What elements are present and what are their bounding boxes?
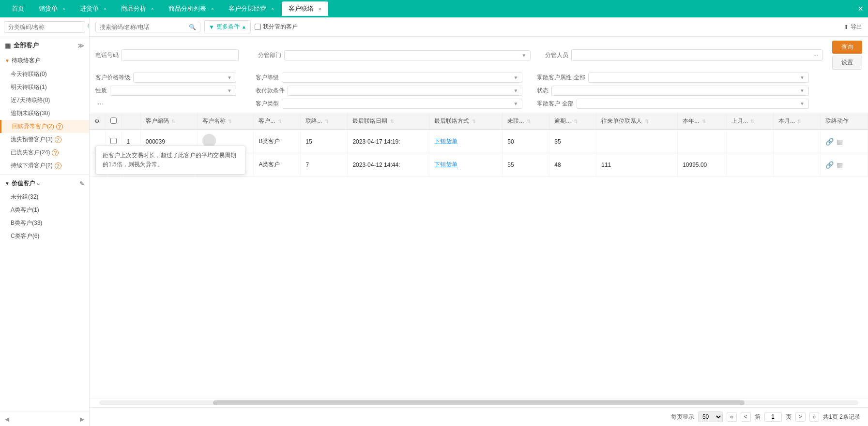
filter-manager-select[interactable]: ··· <box>571 49 822 61</box>
column-code[interactable]: 客户编码 ⇅ <box>140 113 197 130</box>
nav-tab-analysis[interactable]: 商品分析 × <box>114 1 161 16</box>
sort-icon: ⇅ <box>750 118 754 124</box>
cell-overdue: 35 <box>549 130 596 153</box>
collapse-icon[interactable]: ≫ <box>77 42 84 49</box>
column-uncontact[interactable]: 未联... ⇅ <box>503 113 549 130</box>
cell-this-year <box>678 130 727 153</box>
close-icon[interactable]: × <box>211 6 214 12</box>
close-icon[interactable]: × <box>319 6 321 12</box>
arrow-icon: ▼ <box>5 58 10 63</box>
column-contact-person[interactable]: 往来单位联系人 ⇅ <box>596 113 678 130</box>
column-last-date[interactable]: 最后联络日期 ⇅ <box>348 113 429 130</box>
filter-phone-input[interactable] <box>122 49 239 61</box>
pending-contact-title[interactable]: ▼ 待联络客户 <box>0 54 89 68</box>
filter-buttons: 查询 设置 <box>832 41 862 70</box>
sidebar-item-7days[interactable]: 近7天待联络(0) <box>0 94 89 107</box>
first-page-button[interactable]: « <box>727 412 737 422</box>
setting-button[interactable]: 设置 <box>832 56 862 70</box>
nav-tab-customer-segment[interactable]: 客户分层经营 × <box>222 1 281 16</box>
column-name[interactable]: 客户名称 ⇅ <box>197 113 254 130</box>
chevron-down-icon: ▼ <box>513 101 518 106</box>
window-close-button[interactable]: × <box>858 4 863 14</box>
cell-last-month <box>727 130 774 153</box>
column-gear[interactable]: ⚙ <box>90 113 105 130</box>
cell-last-method[interactable]: 下销货单 <box>429 130 503 153</box>
more-conditions-button[interactable]: ▼ 更多条件 ▲ <box>204 20 251 33</box>
nav-tab-purchase[interactable]: 进货单 × <box>73 1 113 16</box>
column-last-month[interactable]: 上月... ⇅ <box>727 113 774 130</box>
my-customer-checkbox[interactable] <box>255 24 261 30</box>
column-index <box>122 113 140 130</box>
category-search-input[interactable] <box>4 21 85 33</box>
close-icon[interactable]: × <box>151 6 154 12</box>
filter-row-1: 电话号码 分管部门 ▼ 分管人员 ··· <box>95 41 862 70</box>
chevron-down-icon: ▼ <box>800 75 805 80</box>
nav-tab-home[interactable]: 首页 <box>5 1 31 16</box>
filter-status-select[interactable]: ▼ <box>551 86 809 96</box>
edit-icon[interactable]: ✎ <box>79 180 84 187</box>
column-this-month[interactable]: 本月... ⇅ <box>773 113 820 130</box>
last-page-button[interactable]: » <box>809 412 820 422</box>
prev-page-button[interactable]: < <box>741 412 751 422</box>
filter-phone: 电话号码 <box>95 49 239 61</box>
filter-customer-type-select[interactable]: ▼ <box>282 99 523 109</box>
cell-last-date: 2023-04-17 14:19: <box>348 130 429 153</box>
search-icon[interactable]: 🔍 <box>189 24 196 30</box>
sidebar-item-overdue[interactable]: 逾期未联络(30) <box>0 107 89 120</box>
close-icon[interactable]: × <box>271 6 274 12</box>
scrollbar-area <box>90 398 868 407</box>
column-this-year[interactable]: 本年... ⇅ <box>678 113 727 130</box>
filter-dept-select[interactable]: ▼ <box>284 50 531 60</box>
nav-tab-sales[interactable]: 销货单 × <box>32 1 72 16</box>
info-icon: ? <box>56 123 63 130</box>
sidebar-item-ungroup[interactable]: 未分组(32) <box>0 191 89 204</box>
nav-tab-customer-contact[interactable]: 客户联络 × <box>282 1 328 16</box>
export-button[interactable]: ⬆ 导出 <box>844 23 862 31</box>
sidebar-item-today[interactable]: 今天待联络(0) <box>0 68 89 81</box>
close-icon[interactable]: × <box>104 6 107 12</box>
left-arrow-icon[interactable]: ◀ <box>5 416 9 423</box>
close-icon[interactable]: × <box>62 6 65 12</box>
page-input[interactable] <box>764 412 782 422</box>
cell-this-month <box>773 130 820 153</box>
my-customer-filter[interactable]: 我分管的客户 <box>255 23 298 31</box>
query-button[interactable]: 查询 <box>832 41 862 54</box>
right-arrow-icon[interactable]: ▶ <box>80 416 84 423</box>
more-dots[interactable]: ··· <box>97 100 104 108</box>
sidebar-item-declining[interactable]: 持续下滑客户(2) ? <box>0 159 89 172</box>
sidebar-item-lost[interactable]: 已流失客户(24) ? <box>0 146 89 159</box>
grid-icon[interactable]: ▦ <box>837 161 843 169</box>
filter-scatter-attr-select[interactable]: ▼ <box>588 73 809 83</box>
filter-payment-select[interactable]: ▼ <box>288 86 523 96</box>
next-page-button[interactable]: > <box>795 412 806 422</box>
sidebar-item-loss-warning[interactable]: 流失预警客户(3) ? <box>0 133 89 146</box>
cell-last-method[interactable]: 下销货单 <box>429 153 503 176</box>
row-checkbox[interactable] <box>110 138 117 144</box>
select-all-checkbox[interactable] <box>110 118 117 124</box>
filter-price-grade-select[interactable]: ▼ <box>133 73 236 83</box>
nav-tab-analysis-list[interactable]: 商品分析列表 × <box>162 1 221 16</box>
link-icon[interactable]: 🔗 <box>825 138 834 146</box>
main-search-input[interactable] <box>100 24 187 30</box>
cell-this-month <box>773 153 820 176</box>
filter-nature-select[interactable]: ▼ <box>110 86 236 96</box>
all-customers-header[interactable]: ▦ 全部客户 ≫ <box>0 37 89 54</box>
column-contact[interactable]: 联络... ⇅ <box>301 113 348 130</box>
sidebar-item-repurchase-abnormal[interactable]: 回购异常客户(2) ? <box>0 120 89 133</box>
link-icon[interactable]: 🔗 <box>825 161 834 169</box>
value-customer-group-title[interactable]: ▼ 价值客户 ○ ✎ <box>0 176 89 191</box>
column-overdue[interactable]: 逾期... ⇅ <box>549 113 596 130</box>
horizontal-scrollbar[interactable] <box>99 400 858 405</box>
filter-scatter-select[interactable]: ▼ <box>577 99 809 109</box>
per-page-select[interactable]: 50 20 100 <box>698 411 723 422</box>
sidebar-item-c-class[interactable]: C类客户(6) <box>0 230 89 243</box>
app-root: 首页 销货单 × 进货单 × 商品分析 × 商品分析列表 × 客户分层经营 × … <box>0 0 868 426</box>
grid-icon[interactable]: ▦ <box>837 138 843 146</box>
sidebar-item-tomorrow[interactable]: 明天待联络(1) <box>0 81 89 94</box>
sidebar-item-b-class[interactable]: B类客户(33) <box>0 217 89 230</box>
cell-action: 🔗 ▦ <box>820 153 868 176</box>
filter-customer-grade-select[interactable]: ▼ <box>282 73 523 83</box>
column-last-method[interactable]: 最后联络方式 ⇅ <box>429 113 503 130</box>
sidebar-item-a-class[interactable]: A类客户(1) <box>0 204 89 217</box>
column-type[interactable]: 客户... ⇅ <box>254 113 301 130</box>
